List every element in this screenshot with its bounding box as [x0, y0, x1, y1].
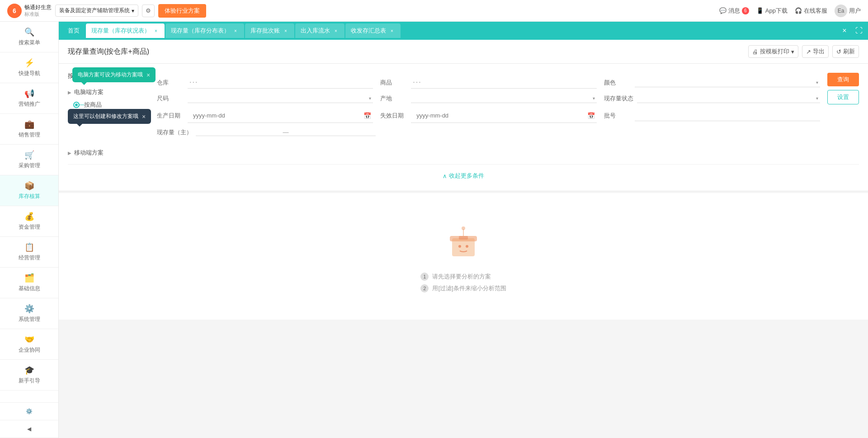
- calendar-icon[interactable]: 📅: [363, 112, 371, 119]
- brand-sub: 标准版: [24, 11, 52, 17]
- sidebar-settings-button[interactable]: ⚙️: [0, 403, 58, 420]
- tab-home[interactable]: 首页: [62, 24, 85, 38]
- logo-area: 6 畅通好生意 标准版: [7, 4, 52, 18]
- sidebar-item-basic-info[interactable]: 🗂️ 基础信息: [0, 268, 58, 298]
- tab-inout-flow[interactable]: 出入库流水 ×: [295, 24, 344, 38]
- color-select[interactable]: ▾: [635, 78, 820, 87]
- chevron-right-icon: ▶: [68, 90, 71, 95]
- filter-row-2: 尺码 ▾ 产地: [157, 94, 820, 103]
- megaphone-icon: 📢: [24, 89, 34, 99]
- prod-date-wrapper: 📅: [188, 108, 373, 123]
- stock-status-select[interactable]: ▾: [637, 94, 820, 103]
- filter-prod-date: 生产日期 📅: [157, 108, 373, 123]
- app-download-button[interactable]: 📱 App下载: [756, 7, 788, 15]
- sidebar-item-system[interactable]: ⚙️ 系统管理: [0, 298, 58, 329]
- export-icon: ↗: [806, 48, 811, 55]
- chevron-up-icon: ∧: [443, 173, 447, 179]
- filter-area: 按以下方案查询 + ↺ ← 电脑方案可设为移动方案哦 ×: [59, 64, 868, 191]
- batch-no-input[interactable]: [635, 110, 820, 121]
- tab-stock-batch[interactable]: 库存批次账 ×: [245, 24, 294, 38]
- top-bar: 6 畅通好生意 标准版 装备及固定资产辅助管理系统 ▾ ⚙ 体验行业方案 💬 消…: [0, 0, 868, 22]
- sidebar-item-search-menu[interactable]: 🔍 搜索菜单: [0, 22, 58, 52]
- origin-select[interactable]: ▾: [411, 94, 596, 103]
- search-button[interactable]: 查询: [827, 73, 859, 86]
- reset-button[interactable]: 设置: [827, 90, 859, 104]
- tab-close-inout-flow[interactable]: ×: [333, 28, 339, 34]
- headset-icon: 🎧: [795, 7, 802, 14]
- sidebar-collapse-button[interactable]: ◀: [0, 420, 58, 438]
- desktop-scheme-toggle[interactable]: ▶ 电脑端方案: [68, 86, 150, 98]
- refresh-icon: ↺: [836, 48, 841, 55]
- sidebar-item-operations[interactable]: 📋 经营管理: [0, 237, 58, 268]
- empty-svg: [441, 220, 486, 265]
- svg-point-3: [458, 245, 461, 248]
- tab-close-stock-batch[interactable]: ×: [283, 28, 289, 34]
- sidebar-item-stock[interactable]: 📦 库存核算: [0, 175, 58, 206]
- prod-date-input[interactable]: [189, 110, 362, 121]
- stock-qty-min-input[interactable]: [196, 129, 281, 136]
- desktop-scheme-section: 电脑方案可设为移动方案哦 × ▶ 电脑端方案: [68, 86, 150, 111]
- system-title-select[interactable]: 装备及固定资产辅助管理系统 ▾: [55, 5, 138, 17]
- tooltip-close-scheme[interactable]: ×: [142, 113, 146, 120]
- sidebar-label: 资金管理: [19, 223, 40, 231]
- filter-fields: 仓库 ··· 商品 ···: [157, 71, 820, 137]
- sidebar-item-marketing[interactable]: 📢 营销推广: [0, 83, 58, 114]
- goods-input-wrapper[interactable]: ···: [411, 76, 596, 89]
- tab-close-receive-send[interactable]: ×: [389, 28, 395, 34]
- collapse-section: ∧ 收起更多条件: [68, 164, 859, 184]
- sidebar-item-finance[interactable]: 💰 资金管理: [0, 206, 58, 237]
- expire-date-input[interactable]: [413, 110, 585, 121]
- message-button[interactable]: 💬 消息 6: [719, 7, 749, 15]
- chevron-down-icon: ▾: [132, 8, 134, 14]
- tab-receive-send[interactable]: 收发存汇总表 ×: [345, 24, 401, 38]
- empty-step-2: 2 用[过滤]条件来缩小分析范围: [420, 284, 506, 292]
- message-badge: 6: [742, 7, 749, 14]
- export-button[interactable]: ↗ 导出: [802, 45, 829, 58]
- warehouse-input-wrapper[interactable]: ···: [188, 76, 373, 89]
- filter-warehouse: 仓库 ···: [157, 76, 373, 89]
- chevron-down-icon: ▾: [593, 96, 595, 101]
- filter-row-4: 现存量（主） —: [157, 128, 820, 137]
- sidebar-item-guide[interactable]: 🎓 新手引导: [0, 360, 58, 391]
- sidebar-label: 新手引导: [19, 377, 40, 385]
- brand-name: 畅通好生意: [24, 4, 52, 11]
- box-icon: 📦: [24, 181, 34, 191]
- size-select[interactable]: ▾: [188, 94, 373, 103]
- cart-icon: 🛒: [24, 150, 34, 160]
- briefcase-icon: 💼: [24, 119, 34, 129]
- template-print-button[interactable]: 🖨 按模板打印 ▾: [748, 45, 798, 58]
- tab-close-stock-dist[interactable]: ×: [232, 28, 239, 34]
- graduation-icon: 🎓: [24, 365, 34, 375]
- sidebar-item-purchase[interactable]: 🛒 采购管理: [0, 145, 58, 175]
- online-service-button[interactable]: 🎧 在线客服: [795, 7, 827, 15]
- sidebar-item-quick-nav[interactable]: ⚡ 快捷导航: [0, 52, 58, 83]
- tab-maximize-button[interactable]: ⛶: [854, 25, 864, 36]
- sidebar-item-cooperation[interactable]: 🤝 企业协同: [0, 329, 58, 360]
- mobile-scheme-toggle[interactable]: ▶ 移动端方案: [68, 147, 150, 159]
- tab-close-stock-status[interactable]: ×: [153, 28, 159, 34]
- filter-stock-qty: 现存量（主） —: [157, 128, 376, 137]
- filter-expire-date: 失效日期 📅: [380, 108, 596, 123]
- stock-qty-max-input[interactable]: [291, 129, 376, 136]
- tab-close-all-button[interactable]: ×: [839, 25, 850, 36]
- results-area: 1 请先选择要分析的方案 2 用[过滤]条件来缩小分析范围: [59, 193, 868, 320]
- calendar-icon-2[interactable]: 📅: [587, 112, 595, 119]
- settings-gear-button[interactable]: ⚙: [142, 5, 155, 17]
- refresh-button[interactable]: ↺ 刷新: [832, 45, 859, 58]
- top-bar-right: 💬 消息 6 📱 App下载 🎧 在线客服 Ea 用户: [719, 5, 861, 17]
- sidebar-label: 库存核算: [19, 193, 40, 200]
- industry-button[interactable]: 体验行业方案: [158, 4, 206, 18]
- tooltip-close-desktop[interactable]: ×: [146, 71, 150, 79]
- empty-step-1: 1 请先选择要分析的方案: [420, 273, 506, 281]
- user-area[interactable]: Ea 用户: [835, 5, 861, 17]
- sidebar-item-sales[interactable]: 💼 销售管理: [0, 114, 58, 145]
- chevron-down-icon: ▾: [791, 48, 794, 55]
- tab-stock-dist[interactable]: 现存量（库存分布表） ×: [165, 24, 244, 38]
- tab-stock-status[interactable]: 现存量（库存状况表） ×: [86, 24, 165, 38]
- clipboard-icon: 📋: [24, 242, 34, 252]
- settings-icon: ⚙️: [26, 408, 33, 414]
- filter-goods: 商品 ···: [380, 76, 596, 89]
- chevron-right-icon: ▶: [68, 151, 71, 155]
- money-icon: 💰: [24, 212, 34, 221]
- collapse-button[interactable]: ∧ 收起更多条件: [68, 168, 859, 184]
